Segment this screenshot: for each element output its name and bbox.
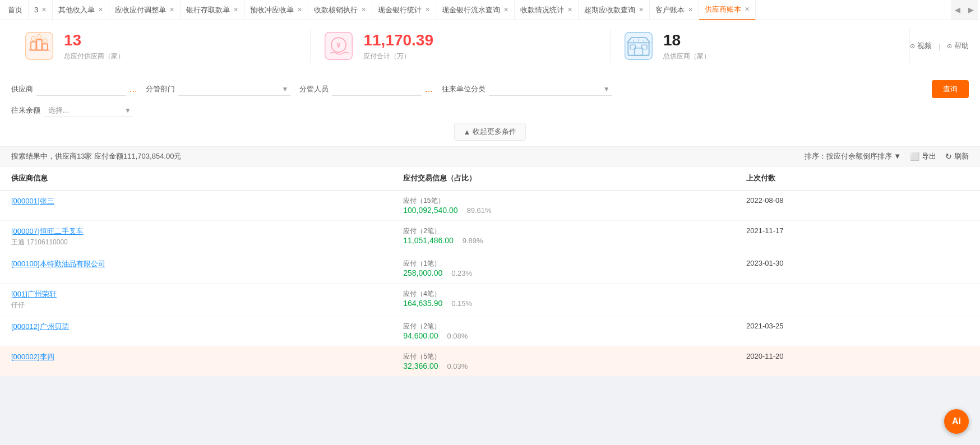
- nav-tab-cash-bank-flow[interactable]: 现金银行流水查询✕: [436, 0, 515, 20]
- supplier-link-2[interactable]: [000100]本特勤油品有限公司: [11, 259, 105, 268]
- filter-category: 往来单位分类 ▼: [442, 82, 612, 96]
- tx-cell-0: 应付（15笔）100,092,540.0089.61%: [392, 191, 735, 221]
- payment-cell-4: 2021-03-25: [735, 316, 980, 346]
- supplier-cell-5: [000002]李四: [0, 346, 392, 377]
- category-select-wrapper: ▼: [489, 82, 612, 96]
- dept-select[interactable]: [178, 82, 290, 96]
- balance-select[interactable]: 选择...: [44, 104, 133, 117]
- total-supplier-label: 总供应商（家）: [663, 52, 710, 61]
- supplier-link-3[interactable]: [001]广州荣轩: [11, 290, 57, 298]
- nav-right-arrow[interactable]: ▶: [964, 0, 978, 20]
- tx-count-4: （2笔）: [417, 322, 441, 330]
- tx-amount-2: 258,000.00: [403, 268, 442, 277]
- nav-tab-bank-deposit[interactable]: 银行存取款单✕: [181, 0, 244, 20]
- tx-amount-row-1: 11,051,486.009.89%: [403, 236, 724, 245]
- nav-tab-ap-adjust[interactable]: 应收应付调整单✕: [109, 0, 181, 20]
- tx-cell-5: 应付（5笔）32,366.000.03%: [392, 346, 735, 377]
- tx-cell-1: 应付（2笔）11,051,486.009.89%: [392, 221, 735, 253]
- svg-text:¥: ¥: [337, 41, 341, 49]
- tx-count-3: （4笔）: [417, 290, 441, 298]
- tx-percent-3: 0.15%: [451, 299, 472, 308]
- nav-tab-close-overdue-query[interactable]: ✕: [639, 6, 644, 13]
- nav-tab-close-cash-bank-flow[interactable]: ✕: [503, 6, 509, 13]
- tx-percent-2: 0.23%: [451, 269, 472, 277]
- person-input[interactable]: [332, 82, 422, 96]
- nav-tab-close-advance-offset[interactable]: ✕: [297, 6, 302, 13]
- filter-row-1: 供应商 ... 分管部门 ▼ 分管人员 ...: [11, 80, 969, 98]
- supplier-label: 供应商: [11, 84, 33, 94]
- nav-tab-cash-bank-stats[interactable]: 现金银行统计✕: [372, 0, 436, 20]
- collapse-button[interactable]: ▲ 收起更多条件: [454, 123, 526, 141]
- supplier-cell-1: [000007]恒旺二手叉车王通 17106110000: [0, 221, 392, 253]
- video-link[interactable]: ⊙ 视频: [910, 41, 932, 51]
- nav-tab-close-customer-account[interactable]: ✕: [688, 6, 693, 13]
- tx-cell-4: 应付（2笔）94,600.000.08%: [392, 316, 735, 346]
- balance-label: 往来余额: [11, 105, 40, 115]
- nav-tab-home[interactable]: 首页: [2, 0, 29, 20]
- col-supplier-info: 供应商信息: [0, 166, 392, 191]
- help-link[interactable]: ⊙ 帮助: [947, 41, 969, 51]
- supplier-sub-3: 仔仔: [11, 300, 381, 310]
- supplier-cell-4: [000012]广州贝瑞: [0, 316, 392, 346]
- nav-tab-close-receipt-verify[interactable]: ✕: [361, 6, 366, 13]
- export-button[interactable]: ⬜ 导出: [910, 151, 936, 161]
- category-select[interactable]: [489, 82, 612, 96]
- nav-tab-close-cash-bank-stats[interactable]: ✕: [425, 6, 430, 13]
- nav-tab-close-collection-stats[interactable]: ✕: [567, 6, 572, 13]
- nav-tab-close-other-income[interactable]: ✕: [98, 6, 103, 13]
- ap-supplier-count: 13: [64, 31, 124, 50]
- supplier-link-4[interactable]: [000012]广州贝瑞: [11, 322, 69, 331]
- filter-dept: 分管部门 ▼: [146, 82, 290, 96]
- dept-label: 分管部门: [146, 84, 175, 94]
- supplier-input[interactable]: [36, 82, 126, 96]
- sort-selector[interactable]: 排序：按应付余额倒序排序 ▼: [805, 151, 902, 161]
- total-supplier-count: 18: [663, 31, 710, 50]
- tx-label-0: 应付: [403, 197, 417, 205]
- tx-amount-row-4: 94,600.000.08%: [403, 331, 724, 340]
- table-row: [000100]本特勤油品有限公司应付（1笔）258,000.000.23%20…: [0, 253, 980, 284]
- filter-area: 供应商 ... 分管部门 ▼ 分管人员 ...: [0, 72, 980, 147]
- nav-tab-customer-account[interactable]: 客户账本✕: [650, 0, 699, 20]
- result-summary: 搜索结果中，供应商13家 应付金额111,703,854.00元: [11, 151, 181, 161]
- person-label: 分管人员: [299, 84, 329, 94]
- tx-label-3: 应付: [403, 290, 417, 298]
- filter-supplier: 供应商 ...: [11, 82, 137, 96]
- tx-label-2: 应付: [403, 259, 417, 267]
- supplier-dots[interactable]: ...: [130, 84, 137, 94]
- supplier-link-5[interactable]: [000002]李四: [11, 353, 54, 361]
- nav-tab-overdue-query[interactable]: 超期应收款查询✕: [579, 0, 650, 20]
- nav-tab-close-tab3[interactable]: ✕: [41, 6, 47, 13]
- person-dots[interactable]: ...: [425, 84, 432, 94]
- nav-tab-advance-offset[interactable]: 预收冲应收单✕: [244, 0, 308, 20]
- refresh-icon: ↻: [945, 152, 952, 161]
- nav-tab-collection-stats[interactable]: 收款情况统计✕: [515, 0, 579, 20]
- col-last-payment: 上次付数: [735, 166, 980, 191]
- payment-cell-5: 2020-11-20: [735, 346, 980, 377]
- nav-tab-supplier-account[interactable]: 供应商账本✕: [699, 0, 756, 20]
- ap-total-label: 应付合计（万）: [363, 52, 433, 61]
- tx-count-2: （1笔）: [417, 259, 441, 267]
- nav-tab-other-income[interactable]: 其他收入单✕: [53, 0, 109, 20]
- search-button[interactable]: 查询: [932, 80, 969, 98]
- data-table: 供应商信息 应付交易信息（占比） 上次付数 [000001]张三应付（15笔）1…: [0, 166, 980, 377]
- tx-count-5: （5笔）: [417, 353, 441, 360]
- nav-tab-close-ap-adjust[interactable]: ✕: [169, 6, 174, 13]
- tx-amount-3: 164,635.90: [403, 299, 442, 308]
- nav-tab-close-bank-deposit[interactable]: ✕: [233, 6, 238, 13]
- table-row: [000012]广州贝瑞应付（2笔）94,600.000.08%2021-03-…: [0, 316, 980, 346]
- svg-rect-0: [26, 33, 53, 60]
- stat-total-supplier: 18 总供应商（家）: [611, 29, 910, 63]
- supplier-link-0[interactable]: [000001]张三: [11, 197, 54, 205]
- refresh-button[interactable]: ↻ 刷新: [945, 151, 969, 161]
- nav-tab-receipt-verify[interactable]: 收款核销执行✕: [308, 0, 372, 20]
- supplier-link-1[interactable]: [000007]恒旺二手叉车: [11, 227, 84, 235]
- table-header-row: 供应商信息 应付交易信息（占比） 上次付数: [0, 166, 980, 191]
- nav-left-arrow[interactable]: ◀: [951, 0, 964, 20]
- payment-cell-0: 2022-08-08: [735, 191, 980, 221]
- nav-tab-close-supplier-account[interactable]: ✕: [745, 6, 750, 13]
- supplier-cell-0: [000001]张三: [0, 191, 392, 221]
- nav-tab-tab3[interactable]: 3✕: [29, 0, 53, 20]
- total-supplier-icon: [622, 29, 655, 63]
- dept-select-wrapper: ▼: [178, 82, 290, 96]
- filter-balance: 往来余额 选择... ▼: [11, 104, 133, 117]
